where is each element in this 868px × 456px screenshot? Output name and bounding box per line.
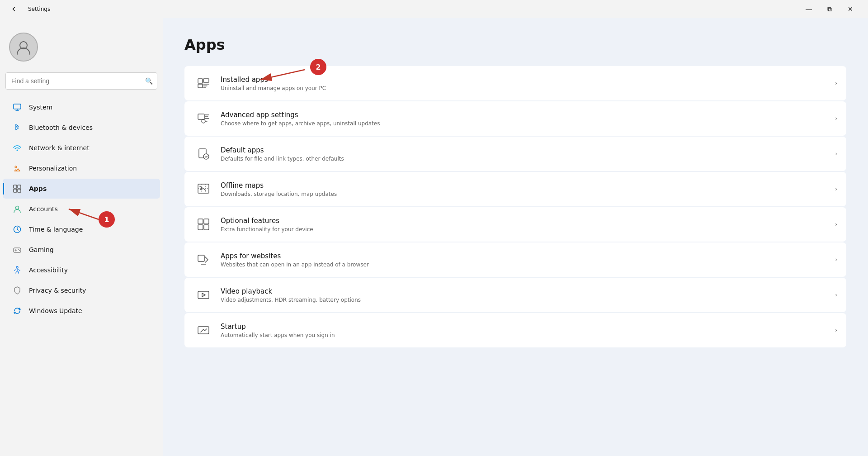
sidebar-item-label-accessibility: Accessibility — [29, 266, 68, 274]
offline-maps-icon — [193, 179, 213, 199]
svg-rect-7 — [18, 189, 21, 192]
privacy-icon — [12, 285, 23, 296]
apps-for-websites-icon — [193, 250, 213, 270]
optional-features-chevron: › — [835, 221, 837, 228]
optional-features-desc: Extra functionality for your device — [221, 226, 830, 233]
startup-name: Startup — [221, 323, 830, 331]
sidebar-item-privacy[interactable]: Privacy & security — [3, 280, 160, 300]
default-apps-name: Default apps — [221, 146, 830, 154]
title-bar: Settings — ⧉ ✕ — [0, 0, 868, 18]
startup-desc: Automatically start apps when you sign i… — [221, 332, 830, 338]
default-apps-icon — [193, 144, 213, 164]
network-icon — [12, 142, 23, 153]
svg-rect-4 — [14, 185, 17, 188]
installed-apps-desc: Uninstall and manage apps on your PC — [221, 85, 830, 91]
sidebar-item-label-system: System — [29, 104, 52, 111]
search-icon: 🔍 — [145, 77, 153, 85]
apps-for-websites-desc: Websites that can open in an app instead… — [221, 261, 830, 268]
sidebar-item-apps[interactable]: Apps — [3, 179, 160, 199]
svg-rect-27 — [198, 291, 209, 299]
advanced-app-text: Advanced app settings Choose where to ge… — [221, 111, 830, 127]
sidebar-item-label-privacy: Privacy & security — [29, 287, 86, 294]
avatar[interactable] — [9, 33, 38, 62]
svg-point-8 — [16, 206, 19, 209]
advanced-app-name: Advanced app settings — [221, 111, 830, 119]
system-icon — [12, 102, 23, 113]
apps-for-websites-text: Apps for websites Websites that can open… — [221, 252, 830, 268]
startup-chevron: › — [835, 327, 837, 333]
sidebar-item-system[interactable]: System — [3, 97, 160, 117]
sidebar-item-accessibility[interactable]: Accessibility — [3, 260, 160, 280]
setting-item-installed-apps[interactable]: Installed apps Uninstall and manage apps… — [184, 66, 846, 100]
svg-point-2 — [17, 150, 18, 151]
offline-maps-name: Offline maps — [221, 181, 830, 190]
sidebar-item-label-time: Time & language — [29, 226, 83, 233]
setting-item-video-playback[interactable]: Video playback Video adjustments, HDR st… — [184, 278, 846, 312]
sidebar-item-accounts[interactable]: Accounts — [3, 199, 160, 219]
title-bar-left: Settings — [4, 2, 50, 16]
startup-text: Startup Automatically start apps when yo… — [221, 323, 830, 338]
svg-rect-28 — [198, 327, 209, 334]
video-playback-chevron: › — [835, 292, 837, 298]
svg-rect-17 — [198, 114, 204, 119]
setting-item-apps-for-websites[interactable]: Apps for websites Websites that can open… — [184, 242, 846, 277]
back-button[interactable] — [4, 2, 24, 16]
svg-rect-1 — [14, 104, 21, 109]
sidebar-nav: System Bluetooth & devices — [0, 97, 163, 321]
setting-item-offline-maps[interactable]: Offline maps Downloads, storage location… — [184, 172, 846, 206]
svg-point-20 — [203, 154, 209, 159]
video-playback-icon — [193, 285, 213, 305]
svg-rect-6 — [14, 189, 17, 192]
bluetooth-icon — [12, 122, 23, 133]
installed-apps-text: Installed apps Uninstall and manage apps… — [221, 76, 830, 91]
apps-for-websites-name: Apps for websites — [221, 252, 830, 260]
update-icon — [12, 305, 23, 316]
sidebar-item-label-bluetooth: Bluetooth & devices — [29, 124, 93, 131]
sidebar-item-gaming[interactable]: Gaming — [3, 240, 160, 260]
svg-rect-24 — [198, 225, 203, 230]
svg-rect-25 — [204, 225, 209, 230]
setting-item-optional-features[interactable]: Optional features Extra functionality fo… — [184, 207, 846, 242]
sidebar-item-time[interactable]: Time & language — [3, 219, 160, 239]
annotation-badge-1: 1 — [99, 211, 115, 228]
apps-for-websites-chevron: › — [835, 256, 837, 263]
svg-rect-26 — [198, 255, 204, 261]
svg-rect-23 — [204, 219, 209, 224]
sidebar-item-personalization[interactable]: Personalization — [3, 158, 160, 178]
window-controls: — ⧉ ✕ — [798, 2, 861, 16]
time-icon — [12, 224, 23, 235]
setting-item-default-apps[interactable]: Default apps Defaults for file and link … — [184, 137, 846, 171]
video-playback-name: Video playback — [221, 287, 830, 295]
close-button[interactable]: ✕ — [840, 2, 861, 16]
gaming-icon — [12, 244, 23, 255]
svg-rect-22 — [198, 219, 203, 224]
app-title: Settings — [28, 6, 50, 12]
optional-features-text: Optional features Extra functionality fo… — [221, 217, 830, 233]
offline-maps-chevron: › — [835, 186, 837, 192]
offline-maps-desc: Downloads, storage location, map updates — [221, 191, 830, 197]
minimize-button[interactable]: — — [798, 2, 819, 16]
svg-point-11 — [18, 249, 19, 250]
maximize-button[interactable]: ⧉ — [819, 2, 840, 16]
installed-apps-name: Installed apps — [221, 76, 830, 84]
settings-list: Installed apps Uninstall and manage apps… — [184, 66, 846, 347]
sidebar-item-bluetooth[interactable]: Bluetooth & devices — [3, 118, 160, 138]
annotation-badge-2: 2 — [310, 59, 326, 75]
setting-item-advanced-app[interactable]: Advanced app settings Choose where to ge… — [184, 101, 846, 136]
optional-features-name: Optional features — [221, 217, 830, 225]
sidebar-item-label-update: Windows Update — [29, 307, 82, 314]
sidebar-item-network[interactable]: Network & internet — [3, 138, 160, 158]
personalization-icon — [12, 163, 23, 174]
svg-point-12 — [19, 250, 20, 251]
setting-item-startup[interactable]: Startup Automatically start apps when yo… — [184, 313, 846, 347]
optional-features-icon — [193, 214, 213, 234]
installed-apps-icon — [193, 73, 213, 93]
sidebar-item-label-personalization: Personalization — [29, 165, 77, 172]
video-playback-desc: Video adjustments, HDR streaming, batter… — [221, 297, 830, 303]
search-input[interactable] — [5, 72, 157, 90]
page-title: Apps — [184, 36, 846, 53]
sidebar-item-label-network: Network & internet — [29, 144, 90, 152]
svg-point-3 — [15, 166, 17, 168]
sidebar-item-update[interactable]: Windows Update — [3, 301, 160, 321]
advanced-app-icon — [193, 109, 213, 128]
